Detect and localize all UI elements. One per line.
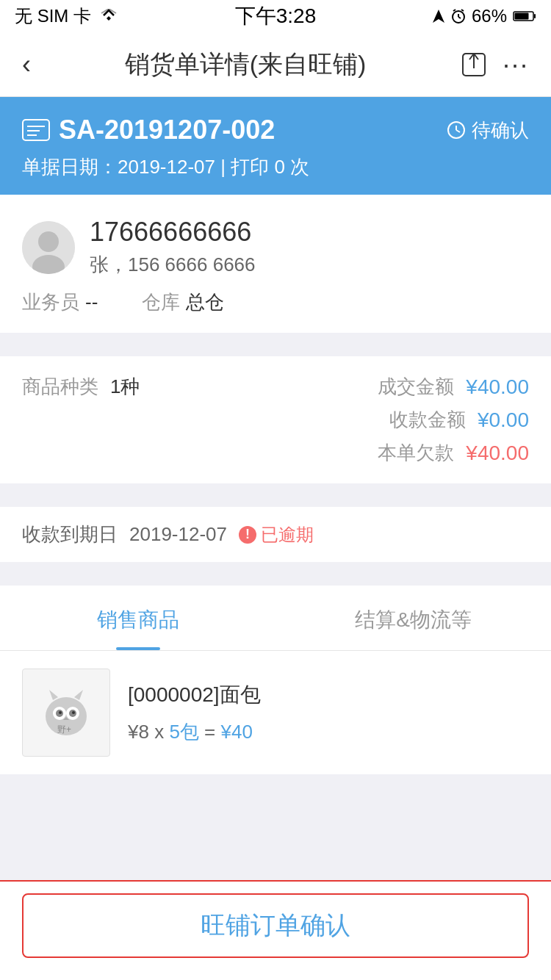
status-bar: 无 SIM 卡 下午3:28 66% [0, 0, 551, 32]
svg-line-5 [461, 10, 464, 11]
svg-marker-0 [433, 10, 444, 23]
product-item: 野+ [0000002]面包 ¥8 x 5包 = ¥40 [22, 669, 529, 757]
alarm-icon [451, 8, 466, 24]
overdue-dot: ! [239, 526, 256, 544]
overdue-badge: ! 已逾期 [239, 523, 314, 547]
order-date: 单据日期：2019-12-07 | 打印 0 次 [22, 154, 529, 180]
sales-rep-label: 业务员 [22, 289, 79, 315]
svg-point-27 [72, 711, 75, 714]
due-date-value: 2019-12-07 [129, 523, 227, 546]
status-left: 无 SIM 卡 [15, 4, 119, 28]
share-icon[interactable] [460, 51, 488, 79]
battery-text: 66% [472, 6, 507, 26]
nav-bar: ‹ 销货单详情(来自旺铺) ··· [0, 32, 551, 97]
svg-point-26 [59, 711, 62, 714]
product-types-value: 1种 [110, 374, 140, 400]
due-date-label: 收款到期日 [22, 522, 118, 547]
received-amount-value: ¥0.00 [478, 408, 529, 432]
status-text: 待确认 [472, 118, 529, 143]
clock-icon [447, 120, 466, 140]
deal-amount-label: 成交金额 [378, 374, 454, 400]
deal-amount-value: ¥40.00 [466, 375, 529, 399]
price-text: ¥8 x [128, 721, 169, 743]
summary-section: 商品种类 1种 成交金额 ¥40.00 收款金额 ¥0.00 本单欠款 ¥40.… [0, 356, 551, 483]
more-icon[interactable]: ··· [503, 49, 529, 80]
due-section: 收款到期日 2019-12-07 ! 已逾期 [0, 507, 551, 562]
order-id: SA-20191207-002 [22, 115, 275, 145]
warehouse-label: 仓库 [142, 289, 180, 315]
svg-line-16 [456, 130, 460, 132]
svg-text:野+: 野+ [57, 724, 71, 735]
location-icon [432, 8, 445, 24]
page-title: 销货单详情(来自旺铺) [125, 48, 367, 82]
product-name: [0000002]面包 [128, 681, 529, 709]
meta-row: 业务员 -- 仓库 总仓 [22, 289, 529, 315]
svg-point-18 [38, 231, 59, 252]
product-total: ¥40 [221, 721, 253, 743]
product-thumbnail: 野+ [22, 669, 110, 757]
svg-line-4 [453, 10, 455, 11]
svg-rect-8 [534, 14, 536, 18]
no-sim-text: 无 SIM 卡 [15, 4, 91, 28]
tabs-section: 销售商品 结算&物流等 [0, 586, 551, 774]
nav-right: ··· [460, 49, 529, 80]
product-section: 野+ [0000002]面包 ¥8 x 5包 = ¥40 [0, 651, 551, 774]
tab-settlement[interactable]: 结算&物流等 [276, 586, 551, 650]
info-section: 17666666666 张，156 6666 6666 业务员 -- 仓库 总仓 [0, 195, 551, 333]
product-qty: 5包 [169, 721, 198, 743]
bottom-bar: 旺铺订单确认 [0, 880, 551, 980]
nav-left: ‹ [22, 49, 31, 80]
svg-line-3 [458, 17, 461, 18]
product-types-label: 商品种类 [22, 374, 98, 400]
status-time: 下午3:28 [235, 2, 317, 30]
order-status: 待确认 [447, 118, 529, 143]
owed-amount-label: 本单欠款 [378, 440, 454, 466]
overdue-text: 已逾期 [261, 523, 314, 547]
battery-icon [513, 10, 536, 23]
owed-amount-value: ¥40.00 [466, 442, 529, 465]
tab-sales-product[interactable]: 销售商品 [0, 586, 276, 650]
svg-rect-7 [515, 13, 529, 20]
customer-name: 张，156 6666 6666 [90, 252, 529, 278]
equals-text: = [204, 721, 220, 743]
received-amount-label: 收款金额 [389, 407, 466, 433]
order-icon [22, 119, 50, 141]
warehouse-value: 总仓 [186, 289, 224, 315]
wifi-icon [98, 9, 119, 24]
back-button[interactable]: ‹ [22, 49, 31, 80]
header-card: SA-20191207-002 待确认 单据日期：2019-12-07 | 打印… [0, 97, 551, 195]
customer-phone: 17666666666 [90, 217, 529, 248]
avatar [22, 221, 75, 274]
status-right: 66% [432, 6, 536, 26]
confirm-order-button[interactable]: 旺铺订单确认 [22, 893, 529, 958]
sales-rep-value: -- [85, 291, 98, 314]
product-price: ¥8 x 5包 = ¥40 [128, 719, 529, 745]
